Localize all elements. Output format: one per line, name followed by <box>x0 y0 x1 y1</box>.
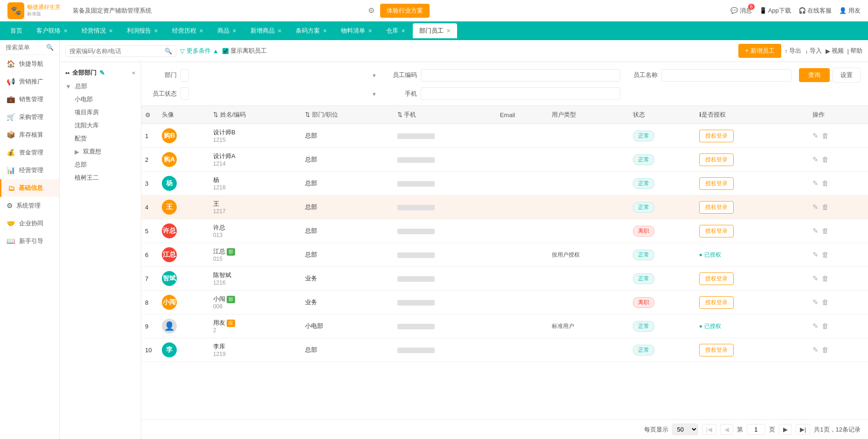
tab-close-icon[interactable]: ✕ <box>63 28 68 34</box>
col-dept[interactable]: ⇅ 部门/职位 <box>301 106 393 124</box>
tab-operations[interactable]: 经营情况 ✕ <box>75 23 119 38</box>
tab-close-icon[interactable]: ✕ <box>109 28 113 34</box>
dept-node-xiangmu[interactable]: 项目库房 <box>60 106 141 119</box>
query-button[interactable]: 查询 <box>799 68 830 82</box>
delete-button[interactable]: 🗑 <box>822 298 829 306</box>
tab-barcode[interactable]: 条码方案 ✕ <box>289 23 333 38</box>
next-page-button[interactable]: ▶ <box>779 424 792 435</box>
delete-button[interactable]: 🗑 <box>822 251 829 258</box>
tab-history[interactable]: 经营历程 ✕ <box>166 23 210 38</box>
dept-edit-icon[interactable]: ✎ <box>99 69 105 77</box>
dept-node-peihuo[interactable]: 配货 <box>60 132 141 145</box>
tab-new-goods[interactable]: 新增商品 ✕ <box>244 23 288 38</box>
tab-close-icon[interactable]: ✕ <box>232 28 236 34</box>
auth-login-button[interactable]: 授权登录 <box>699 130 734 142</box>
sidebar-item-marketing[interactable]: 📢营销推广 <box>0 73 59 91</box>
edit-button[interactable]: ✎ <box>812 322 819 330</box>
dept-node-zhishu[interactable]: 植树王二 <box>60 171 141 184</box>
edit-button[interactable]: ✎ <box>812 203 819 211</box>
tab-profit[interactable]: 利润报告 ✕ <box>120 23 165 38</box>
auth-login-button[interactable]: 授权登录 <box>699 201 734 214</box>
sidebar-item-basic[interactable]: 🗂基础信息 <box>0 179 59 197</box>
auth-login-button[interactable]: 授权登录 <box>699 225 734 237</box>
first-page-button[interactable]: |◀ <box>702 424 716 435</box>
tab-close-icon[interactable]: ✕ <box>368 28 372 34</box>
dept-node-xiaodianbu[interactable]: 小电部 <box>60 93 141 106</box>
sidebar-item-fastnav[interactable]: 🏠快捷导航 <box>0 55 59 73</box>
message-button[interactable]: 💬 消息 6 <box>730 7 752 15</box>
tab-close-icon[interactable]: ✕ <box>323 28 327 34</box>
help-button[interactable]: | 帮助 <box>847 47 862 55</box>
tab-close-icon[interactable]: ✕ <box>154 28 158 34</box>
phone-input[interactable] <box>421 87 620 100</box>
sidebar-search-input[interactable] <box>6 44 44 51</box>
edit-button[interactable]: ✎ <box>812 179 819 187</box>
sidebar-item-purchase[interactable]: 🛒采购管理 <box>0 108 59 126</box>
sidebar-item-collab[interactable]: 🤝企业协同 <box>0 215 59 232</box>
sidebar-item-system[interactable]: ⚙系统管理 <box>0 197 59 215</box>
auth-login-button[interactable]: 授权登录 <box>699 177 734 190</box>
dept-collapse-icon[interactable]: « <box>132 70 135 76</box>
empcode-input[interactable] <box>421 69 620 82</box>
reset-button[interactable]: 设置 <box>833 68 861 83</box>
edit-button[interactable]: ✎ <box>812 155 819 163</box>
empname-input[interactable] <box>661 69 792 82</box>
trial-button[interactable]: 体验行业方案 <box>380 4 430 18</box>
online-service-button[interactable]: 🎧 在线客服 <box>799 7 832 15</box>
tab-close-icon[interactable]: ✕ <box>401 28 405 34</box>
delete-button[interactable]: 🗑 <box>822 203 829 211</box>
settings-icon[interactable]: ⚙ <box>368 6 375 15</box>
tab-goods[interactable]: 商品 ✕ <box>211 23 243 38</box>
export-button[interactable]: ↑ 导出 <box>785 47 802 55</box>
edit-button[interactable]: ✎ <box>812 346 819 354</box>
last-page-button[interactable]: ▶| <box>796 424 810 435</box>
dept-node-zongbu2[interactable]: 总部 <box>60 158 141 171</box>
dept-node-shuanglu[interactable]: ▶双鹿想 <box>60 145 141 158</box>
show-resigned-toggle[interactable]: 显示离职员工 <box>222 47 267 55</box>
edit-button[interactable]: ✎ <box>812 251 819 258</box>
import-button[interactable]: ↓ 导入 <box>805 47 822 55</box>
tab-close-icon[interactable]: ✕ <box>199 28 203 34</box>
auth-login-button[interactable]: 授权登录 <box>699 153 734 166</box>
delete-button[interactable]: 🗑 <box>822 346 829 354</box>
delete-button[interactable]: 🗑 <box>822 132 829 139</box>
delete-button[interactable]: 🗑 <box>822 227 829 235</box>
edit-button[interactable]: ✎ <box>812 132 819 139</box>
dept-node-shenyang[interactable]: 沈阳大库 <box>60 119 141 132</box>
edit-button[interactable]: ✎ <box>812 274 819 282</box>
app-download-button[interactable]: 📱 App下载 <box>759 7 791 15</box>
empstatus-select[interactable] <box>181 87 189 100</box>
user-button[interactable]: 👤 用友 <box>839 7 861 15</box>
delete-button[interactable]: 🗑 <box>822 179 829 187</box>
search-input[interactable] <box>69 48 163 55</box>
sidebar-item-sales[interactable]: 💼销售管理 <box>0 91 59 108</box>
col-phone[interactable]: ⇅ 手机 <box>394 106 496 124</box>
add-employee-button[interactable]: + 新增员工 <box>738 44 781 58</box>
sidebar-item-mgmt[interactable]: 📊经营管理 <box>0 161 59 179</box>
tab-customer[interactable]: 客户联络 ✕ <box>30 23 74 38</box>
tab-home[interactable]: 首页 <box>4 23 29 38</box>
prev-page-button[interactable]: ◀ <box>720 424 733 435</box>
auth-login-button[interactable]: 授权登录 <box>699 296 734 309</box>
sidebar-item-finance[interactable]: 💰资金管理 <box>0 144 59 161</box>
sidebar-item-guide[interactable]: 📖新手引导 <box>0 232 59 250</box>
table-settings-icon[interactable]: ⚙ <box>145 111 151 118</box>
tab-close-icon-active[interactable]: ✕ <box>446 28 451 34</box>
edit-button[interactable]: ✎ <box>812 227 819 235</box>
video-button[interactable]: ▶ 视频 <box>826 47 844 55</box>
dept-node-zongbu[interactable]: ▼总部 <box>60 80 141 93</box>
more-filter-button[interactable]: ▽ 更多条件 ▲ <box>180 47 219 55</box>
tab-warehouse[interactable]: 仓库 ✕ <box>380 23 412 38</box>
tab-bom[interactable]: 物料清单 ✕ <box>334 23 379 38</box>
delete-button[interactable]: 🗑 <box>822 155 829 163</box>
tab-employees[interactable]: 部门员工 ✕ <box>413 23 457 38</box>
tab-close-icon[interactable]: ✕ <box>278 28 282 34</box>
show-resigned-checkbox[interactable] <box>222 48 229 54</box>
auth-login-button[interactable]: 授权登录 <box>699 272 734 285</box>
col-name[interactable]: ⇅ 姓名/编码 <box>209 106 301 124</box>
per-page-select[interactable]: 50 20 100 <box>672 424 698 435</box>
page-input[interactable] <box>747 424 765 435</box>
sidebar-item-inventory[interactable]: 📦库存核算 <box>0 126 59 144</box>
delete-button[interactable]: 🗑 <box>822 274 829 282</box>
dept-select[interactable] <box>181 69 189 82</box>
